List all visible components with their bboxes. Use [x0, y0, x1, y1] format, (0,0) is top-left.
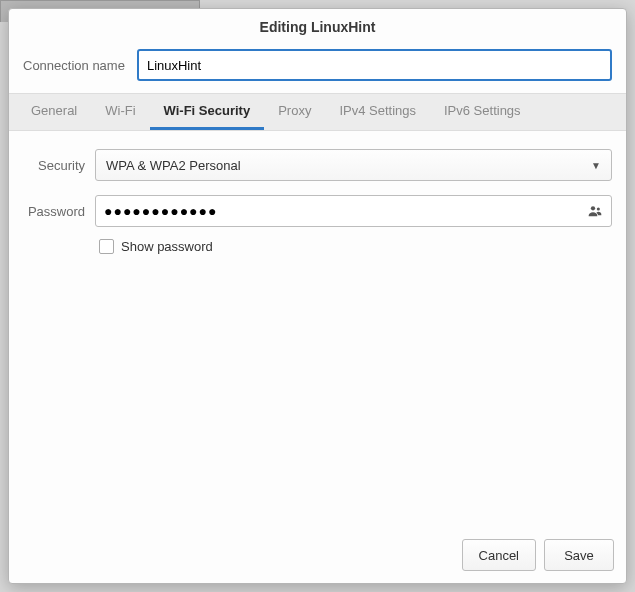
dialog-footer: Cancel Save: [9, 529, 626, 583]
password-label: Password: [23, 204, 85, 219]
tab-wifi[interactable]: Wi-Fi: [91, 94, 149, 130]
security-select[interactable]: WPA & WPA2 Personal ▼: [95, 149, 612, 181]
show-password-label: Show password: [121, 239, 213, 254]
tab-content: Security WPA & WPA2 Personal ▼ Password …: [9, 131, 626, 529]
chevron-down-icon: ▼: [591, 160, 601, 171]
tab-ipv6-settings[interactable]: IPv6 Settings: [430, 94, 535, 130]
svg-point-1: [597, 207, 600, 210]
show-password-row: Show password: [99, 239, 612, 254]
users-icon[interactable]: [587, 203, 603, 219]
dialog-title: Editing LinuxHint: [9, 9, 626, 45]
security-value: WPA & WPA2 Personal: [106, 158, 241, 173]
tab-proxy[interactable]: Proxy: [264, 94, 325, 130]
tab-general[interactable]: General: [17, 94, 91, 130]
security-label: Security: [23, 158, 85, 173]
connection-name-label: Connection name: [23, 58, 125, 73]
editing-dialog: Editing LinuxHint Connection name Genera…: [8, 8, 627, 584]
tabs-bar: General Wi-Fi Wi-Fi Security Proxy IPv4 …: [9, 93, 626, 131]
password-field-wrap: [95, 195, 612, 227]
password-input[interactable]: [104, 203, 587, 219]
cancel-button[interactable]: Cancel: [462, 539, 536, 571]
security-row: Security WPA & WPA2 Personal ▼: [23, 149, 612, 181]
connection-name-row: Connection name: [9, 45, 626, 93]
show-password-checkbox[interactable]: [99, 239, 114, 254]
tab-wifi-security[interactable]: Wi-Fi Security: [150, 94, 265, 130]
save-button[interactable]: Save: [544, 539, 614, 571]
password-row: Password: [23, 195, 612, 227]
tab-ipv4-settings[interactable]: IPv4 Settings: [325, 94, 430, 130]
connection-name-input[interactable]: [137, 49, 612, 81]
svg-point-0: [591, 206, 595, 210]
